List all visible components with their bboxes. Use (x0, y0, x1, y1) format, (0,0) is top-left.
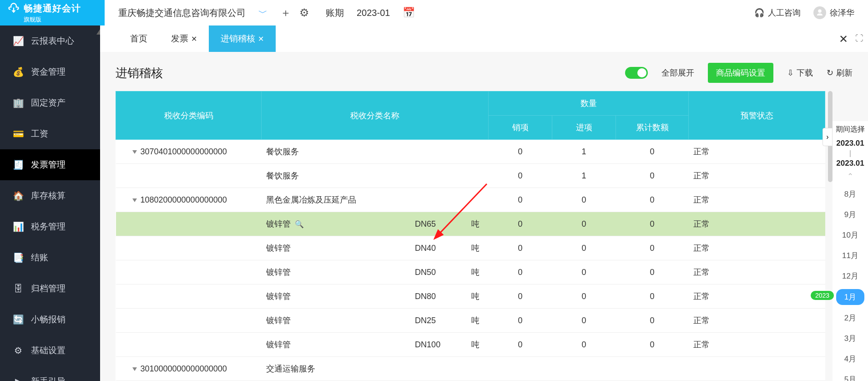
magnify-icon[interactable]: 🔍 (295, 220, 304, 228)
download-action[interactable]: ⇩ 下载 (787, 67, 813, 78)
sidebar-label: 归档管理 (31, 283, 66, 295)
month-1月[interactable]: 1月 (836, 289, 864, 305)
month-5月[interactable]: 5月 (833, 369, 868, 381)
sidebar-item-3[interactable]: 💳工资 (0, 118, 100, 149)
month-11月[interactable]: 11月 (833, 245, 868, 266)
cell-acc: 0 (616, 309, 689, 333)
table-row[interactable]: 餐饮服务010正常 (116, 164, 825, 188)
tab-close-icon[interactable]: ✕ (191, 35, 197, 43)
period-value[interactable]: 2023-01 (357, 8, 390, 18)
tab-label: 首页 (130, 33, 147, 45)
sidebar-item-6[interactable]: 📊税务管理 (0, 211, 100, 242)
sidebar-icon: 🔄 (13, 314, 24, 325)
cell-unit: 吨 (462, 284, 488, 309)
month-8月[interactable]: 8月 (833, 184, 868, 204)
cell-alert (689, 357, 825, 381)
cell-spec: DN65 (410, 212, 462, 236)
expand-toggle[interactable] (625, 67, 648, 79)
cell-name: 镀锌管 (262, 284, 411, 309)
cell-name: 镀锌管 (262, 333, 411, 357)
user-menu[interactable]: 徐泽华 (813, 6, 854, 19)
tab-close-icon[interactable]: ✕ (258, 35, 264, 43)
cell-alert: 正常 (689, 284, 825, 309)
period-drawer-toggle[interactable]: › (823, 128, 833, 146)
tab-0[interactable]: 首页 (118, 25, 159, 52)
period-from[interactable]: 2023.01 (833, 138, 868, 149)
cell-buy: 0 (552, 236, 616, 260)
cell-alert: 正常 (689, 164, 825, 188)
page-header: 进销稽核 全部展开 商品编码设置 ⇩ 下载 ↻ 刷新 (116, 63, 853, 83)
cell-name: 交通运输服务 (262, 357, 411, 381)
month-4月[interactable]: 4月 (833, 349, 868, 369)
sidebar-item-2[interactable]: 🏢固定资产 (0, 87, 100, 118)
support-link[interactable]: 🎧 人工咨询 (754, 7, 801, 18)
period-to[interactable]: 2023.01 (833, 158, 868, 169)
period-panel-title: 期间选择 (833, 121, 868, 138)
month-3月[interactable]: 3月 (833, 328, 868, 349)
month-12月[interactable]: 12月 (833, 266, 868, 286)
sidebar-label: 发票管理 (31, 159, 66, 171)
table-row[interactable]: 镀锌管DN50吨000正常 (116, 260, 825, 284)
sidebar-item-9[interactable]: 🔄小畅报销 (0, 304, 100, 335)
sidebar-item-0[interactable]: 📈云报表中心 (0, 25, 100, 56)
table-row[interactable]: 镀锌管DN40吨000正常 (116, 236, 825, 260)
table-row[interactable]: 3010000000000000000交通运输服务 (116, 357, 825, 381)
cell-sale: 0 (489, 164, 552, 188)
refresh-action[interactable]: ↻ 刷新 (827, 67, 853, 78)
month-9月[interactable]: 9月 (833, 204, 868, 225)
sidebar-icon: 📊 (13, 221, 24, 232)
sidebar-label: 小畅报销 (31, 314, 66, 325)
sidebar-item-10[interactable]: ⚙基础设置 (0, 335, 100, 366)
tabs-expand-icon[interactable]: ⛶ (855, 34, 863, 43)
tab-1[interactable]: 发票✕ (159, 25, 209, 52)
row-expander-icon[interactable] (132, 198, 137, 202)
sidebar-icon: ▶ (13, 376, 24, 381)
sidebar-label: 税务管理 (31, 221, 66, 233)
company-chevron-icon[interactable]: ﹀ (254, 7, 272, 19)
row-expander-icon[interactable] (132, 150, 137, 154)
cell-sale: 0 (489, 236, 552, 260)
tab-2[interactable]: 进销稽核✕ (209, 25, 276, 52)
tabs-close-icon[interactable]: ✕ (839, 33, 848, 46)
cell-alert: 正常 (689, 188, 825, 212)
product-code-button[interactable]: 商品编码设置 (708, 63, 773, 83)
sidebar-icon: ⚙ (13, 345, 24, 356)
cell-code: 3070401000000000000 (116, 140, 262, 164)
sidebar-item-11[interactable]: ▶新手引导 (0, 366, 100, 381)
sidebar-label: 基础设置 (31, 345, 66, 356)
cell-buy (552, 357, 616, 381)
month-10月[interactable]: 10月 (833, 225, 868, 245)
calendar-icon[interactable]: 📅 (403, 7, 415, 19)
brand-sub: 旗舰版 (7, 15, 105, 24)
company-name[interactable]: 重庆畅捷交通信息咨询有限公司 (118, 7, 246, 19)
table-row[interactable]: 3070401000000000000餐饮服务010正常 (116, 140, 825, 164)
add-icon[interactable]: ＋ (280, 5, 291, 20)
month-2月[interactable]: 2月 (833, 308, 868, 328)
table-row[interactable]: 镀锌管DN25吨000正常 (116, 309, 825, 333)
gear-icon[interactable]: ⚙ (299, 6, 309, 19)
row-expander-icon[interactable] (132, 367, 137, 371)
th-qty: 数量 (489, 91, 689, 116)
cell-buy: 0 (552, 284, 616, 309)
cell-name: 餐饮服务 (262, 164, 411, 188)
sidebar-label: 资金管理 (31, 66, 66, 78)
table-row[interactable]: 镀锌管 🔍DN65吨000正常 (116, 212, 825, 236)
th-name: 税收分类名称 (262, 91, 489, 140)
sidebar-icon: 🧾 (13, 159, 24, 170)
sidebar-item-4[interactable]: 🧾发票管理 (0, 149, 100, 180)
topbar: 畅捷通好会计 旗舰版 重庆畅捷交通信息咨询有限公司 ﹀ ＋ ⚙ 账期 2023-… (0, 0, 868, 25)
th-buy: 进项 (552, 116, 616, 140)
table-row[interactable]: 镀锌管DN80吨000正常 (116, 284, 825, 309)
sidebar-item-7[interactable]: 📑结账 (0, 242, 100, 273)
table-row[interactable]: 镀锌管DN100吨000正常 (116, 333, 825, 357)
sidebar-item-8[interactable]: 🗄归档管理 (0, 273, 100, 304)
sidebar-item-5[interactable]: 🏠库存核算 (0, 180, 100, 211)
sidebar-item-1[interactable]: 💰资金管理 (0, 56, 100, 87)
cell-buy: 1 (552, 140, 616, 164)
cell-buy: 1 (552, 164, 616, 188)
cell-name: 黑色金属冶炼及压延产品 (262, 188, 411, 212)
table-row[interactable]: 1080200000000000000黑色金属冶炼及压延产品000正常 (116, 188, 825, 212)
page: 进销稽核 全部展开 商品编码设置 ⇩ 下载 ↻ 刷新 税收分类编码 (100, 52, 868, 381)
period-up-icon[interactable]: ⌃ (833, 169, 868, 184)
cell-acc (616, 357, 689, 381)
